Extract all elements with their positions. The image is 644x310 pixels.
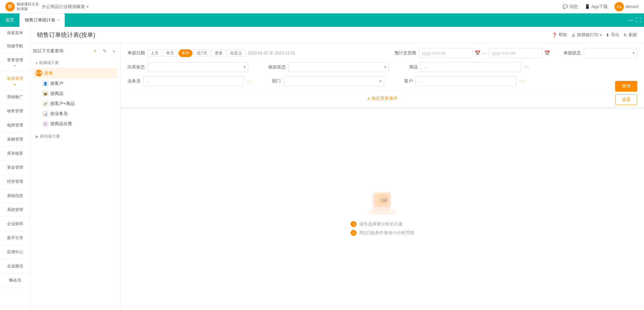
edit-scheme-btn[interactable]: ✎	[101, 47, 108, 55]
date-btn-custom[interactable]: 自定义	[227, 49, 245, 57]
tip-2-num: 2	[351, 230, 357, 236]
customer-input[interactable]	[416, 76, 516, 86]
goods-more-btn[interactable]: ···	[524, 64, 529, 70]
breadcrumb[interactable]: 办公用品行业模拟账套 ▾	[42, 4, 89, 10]
help-btn[interactable]: ❓ 帮助	[552, 32, 567, 38]
sidebar-item-wechat[interactable]: 企业微信	[0, 259, 30, 273]
filter-row-2: 出库状态 收款状态	[127, 62, 637, 72]
tab-maximize-btn[interactable]: ⛶	[636, 17, 641, 23]
tab-minimize-btn[interactable]: —	[628, 17, 633, 23]
tree-type-icon-combo: 🔗	[42, 101, 48, 107]
main-layout: 搜索菜单 快捷导航 零售管理 ▾ 批发管理 ▴ 营销推广 销售管理 电商管理 采…	[0, 27, 644, 310]
expected-date-start[interactable]	[419, 48, 473, 58]
goods-input[interactable]	[421, 62, 521, 72]
tab-sales-order[interactable]: 销售订单统计表 ×	[19, 13, 65, 27]
sidebar-item-appcenter[interactable]: 应用中心	[0, 245, 30, 259]
logo-text: 畅捷通好生意 标准版	[17, 2, 39, 11]
date-btn-last-month[interactable]: 上月	[148, 49, 162, 57]
sidebar-item-ecommerce[interactable]: 电商管理	[0, 118, 30, 133]
date-input-wrap: 📅 — 📅	[419, 48, 550, 58]
filter-delivery-status: 出库状态	[127, 62, 248, 72]
mobile-section-header[interactable]: ▶ 移动端方案	[33, 132, 118, 141]
tree-type-icon-bar: 📊	[42, 111, 48, 117]
sidebar-item-operations[interactable]: 经营管理	[0, 175, 30, 189]
sidebar-item-purchase[interactable]: 采购管理	[0, 133, 30, 147]
avatar: Ea	[614, 2, 624, 11]
payment-select[interactable]	[288, 62, 389, 72]
help-icon: ❓	[552, 33, 557, 38]
salesman-input[interactable]	[143, 76, 244, 86]
sidebar-item-marketing[interactable]: 营销推广	[0, 90, 30, 104]
sidebar-item-sales[interactable]: 销售管理	[0, 104, 30, 118]
dept-select-wrap	[283, 76, 384, 86]
refresh-btn[interactable]: ↻ 刷新	[624, 32, 637, 38]
payment-select-wrap	[288, 62, 389, 72]
empty-tips: 1 请先选择要分析的方案 2 用[过滤]条件来缩小分析范围	[351, 221, 414, 236]
export-btn[interactable]: ⬇ 导出	[606, 32, 620, 38]
sidebar-item-retail[interactable]: 零售管理 ▾	[0, 53, 30, 72]
customer-more-btn[interactable]: ···	[519, 78, 524, 84]
tree-item-by-salesman[interactable]: 📊 按业务员	[33, 109, 118, 119]
tree-item-by-customer[interactable]: 👤 按客户	[33, 79, 118, 89]
calendar-icon-start[interactable]: 📅	[475, 50, 480, 56]
svg-text:📦: 📦	[380, 195, 388, 203]
date-btn-7days[interactable]: 近7天	[194, 49, 210, 57]
filter-status: 单据状态	[564, 48, 637, 58]
sidebar-item-newbie[interactable]: 新手引导	[0, 231, 30, 245]
status-select[interactable]	[584, 48, 637, 58]
message-icon: 💬	[562, 4, 568, 9]
tree-item-by-customer-goods[interactable]: 🔗 按客户+商品	[33, 99, 118, 109]
sidebar-search[interactable]: 搜索菜单	[0, 27, 30, 39]
dept-select[interactable]	[283, 76, 384, 86]
tab-home[interactable]: 首页	[0, 13, 19, 27]
sidebar: 搜索菜单 快捷导航 零售管理 ▾ 批发管理 ▴ 营销推广 销售管理 电商管理 采…	[0, 27, 30, 310]
filter-row-1: 单据日期 上月 本月 本年 近7天 更多 自定义 2023-01-01 至 20…	[127, 48, 637, 58]
user-menu[interactable]: Ea demo2	[614, 2, 639, 11]
filter-expected-date: 预计交货期 📅 — 📅	[394, 48, 550, 58]
top-bar-left: 好 畅捷通好生意 标准版 办公用品行业模拟账套 ▾	[5, 2, 89, 11]
sidebar-item-basic[interactable]: 基础信息	[0, 189, 30, 203]
top-bar-right: 💬 消息 📱 App下载 Ea demo2	[562, 2, 639, 11]
sidebar-item-system[interactable]: 系统管理	[0, 203, 30, 217]
sidebar-item-member[interactable]: 畅会员	[0, 273, 30, 288]
sidebar-item-wholesale[interactable]: 批发管理 ▴	[0, 72, 30, 90]
expected-date-end[interactable]	[489, 48, 542, 58]
download-icon: 📱	[585, 4, 590, 9]
delivery-select[interactable]	[148, 62, 248, 72]
tree-item-by-category[interactable]: ⊞ 按商品分类	[33, 119, 118, 129]
message-btn[interactable]: 💬 消息	[562, 4, 578, 10]
search-btn[interactable]: 查询	[615, 81, 637, 92]
tab-bar: 首页 销售订单统计表 × — ⛶	[0, 13, 644, 27]
right-panel: 单据日期 上月 本月 本年 近7天 更多 自定义 2023-01-01 至 20…	[121, 43, 644, 310]
tab-close-btn[interactable]: ×	[57, 18, 59, 22]
template-print-btn[interactable]: 🖨 按模板打印 ▾	[571, 32, 602, 38]
sidebar-item-inventory[interactable]: 库存核算	[0, 147, 30, 161]
content-area: 销售订单统计表(按单) ❓ 帮助 🖨 按模板打印 ▾ ⬇ 导出 ↻ 刷新	[30, 27, 644, 310]
collapse-panel-btn[interactable]: «	[110, 47, 118, 55]
print-icon: 🖨	[571, 33, 576, 38]
salesman-more-btn[interactable]: ···	[247, 78, 252, 84]
date-btn-more[interactable]: 更多	[212, 49, 226, 57]
calendar-icon-end[interactable]: 📅	[544, 50, 550, 56]
delivery-select-wrap	[148, 62, 248, 72]
sidebar-item-collab[interactable]: 企业协同	[0, 217, 30, 231]
tree-type-icon-goods: 📦	[42, 91, 48, 97]
settings-btn[interactable]: 设置	[615, 94, 637, 105]
logo-area: 好 畅捷通好生意 标准版	[5, 2, 39, 11]
print-arrow-icon: ▾	[600, 33, 602, 37]
tree-type-icon: 👤	[42, 81, 48, 87]
date-btn-this-year[interactable]: 本年	[178, 49, 193, 57]
collapse-filter-btn[interactable]: ∧ 收起更多条件	[364, 93, 400, 104]
tree-item-by-order[interactable]: 按单 按单	[33, 68, 118, 79]
empty-illustration: 📦	[362, 184, 402, 217]
app-download-btn[interactable]: 📱 App下载	[585, 4, 608, 10]
filter-payment-status: 收款状态	[268, 62, 389, 72]
tree-item-by-goods[interactable]: 📦 按商品	[33, 89, 118, 99]
pc-section-header[interactable]: ▾ 电脑端方案	[33, 58, 118, 68]
sidebar-item-finance[interactable]: 资金管理	[0, 161, 30, 175]
filter-salesman: 业务员 ···	[127, 76, 252, 86]
date-btn-this-month[interactable]: 本月	[163, 49, 177, 57]
add-scheme-btn[interactable]: +	[92, 47, 99, 55]
sidebar-quick-nav[interactable]: 快捷导航	[0, 39, 30, 53]
page-title: 销售订单统计表(按单)	[37, 31, 95, 39]
